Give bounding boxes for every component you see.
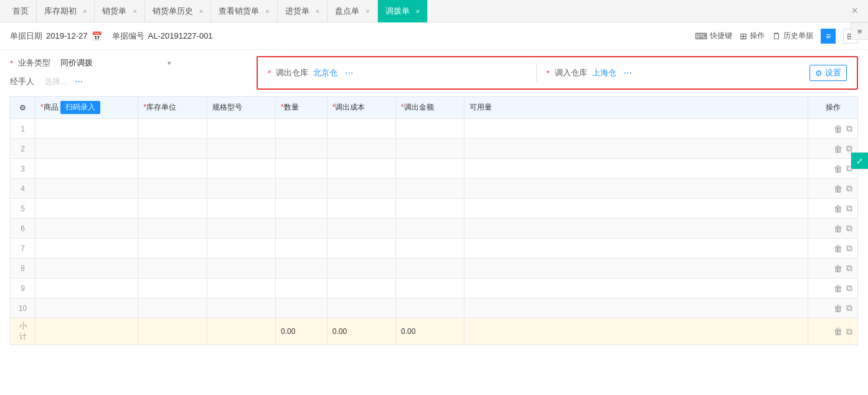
copy-row-icon[interactable]: ⧉	[846, 326, 852, 337]
cell-amount[interactable]	[396, 119, 465, 139]
person-placeholder[interactable]: 选择...	[44, 76, 67, 87]
delete-row-icon[interactable]: 🗑	[834, 184, 842, 194]
cell-product[interactable]	[35, 239, 138, 259]
delete-row-icon[interactable]: 🗑	[834, 283, 842, 293]
table-wrapper: ⚙ *商品 扫码录入 *库存单位 规格型号 *数量 *调出成本 *调出金额 可用…	[10, 96, 858, 345]
warehouse-out-value[interactable]: 北京仓	[313, 67, 337, 79]
delete-row-icon[interactable]: 🗑	[834, 244, 842, 254]
cell-product[interactable]	[35, 298, 138, 318]
cell-qty[interactable]	[276, 278, 328, 298]
history-btn[interactable]: 🗒 历史单据	[772, 31, 813, 41]
cell-cost[interactable]	[327, 239, 395, 259]
cell-qty[interactable]	[276, 199, 328, 219]
cell-qty[interactable]	[276, 139, 328, 159]
tab-inventory-init[interactable]: 库存期初×	[37, 0, 95, 22]
cell-product[interactable]	[35, 318, 138, 345]
tab-close-sales-history[interactable]: ×	[199, 7, 203, 15]
cell-amount[interactable]	[396, 259, 465, 278]
cell-qty[interactable]	[276, 119, 328, 139]
tab-sales-history[interactable]: 销货单历史×	[145, 0, 211, 22]
th-gear[interactable]: ⚙	[11, 97, 35, 119]
cell-qty[interactable]	[276, 219, 328, 239]
copy-row-icon[interactable]: ⧉	[846, 263, 852, 274]
copy-row-icon[interactable]: ⧉	[846, 243, 852, 254]
tab-view-sales[interactable]: 查看销货单×	[211, 0, 277, 22]
cell-product[interactable]	[35, 278, 138, 298]
warehouse-in-more-icon[interactable]: ···	[624, 67, 632, 79]
tab-close-transfer-order[interactable]: ×	[416, 7, 420, 15]
cell-product[interactable]	[35, 219, 138, 239]
cell-product[interactable]	[35, 199, 138, 219]
cell-amount[interactable]: 0.00	[396, 318, 465, 345]
copy-row-icon[interactable]: ⧉	[846, 303, 852, 313]
business-type-dropdown[interactable]: 同价调拨 ▾	[55, 56, 176, 70]
cell-amount[interactable]	[396, 159, 465, 179]
cell-cost[interactable]	[327, 259, 395, 278]
operations-btn[interactable]: ⊞ 操作	[740, 31, 765, 41]
cell-cost[interactable]	[327, 159, 395, 179]
delete-row-icon[interactable]: 🗑	[834, 224, 842, 234]
cell-amount[interactable]	[396, 239, 465, 259]
warehouse-out-more-icon[interactable]: ···	[345, 67, 353, 79]
cell-cost[interactable]: 0.00	[327, 318, 395, 345]
list-view-btn[interactable]: ≡	[821, 29, 836, 44]
cell-qty[interactable]	[276, 259, 328, 278]
cell-amount[interactable]	[396, 199, 465, 219]
cell-qty[interactable]: 0.00	[276, 318, 328, 345]
tab-inventory-check[interactable]: 盘点单×	[328, 0, 377, 22]
delete-row-icon[interactable]: 🗑	[834, 264, 842, 274]
cell-cost[interactable]	[327, 199, 395, 219]
cell-amount[interactable]	[396, 179, 465, 199]
close-window-icon[interactable]: ×	[846, 4, 863, 17]
side-list-btn[interactable]: ≡	[851, 22, 868, 40]
calendar-icon[interactable]: 📅	[92, 31, 102, 41]
delete-row-icon[interactable]: 🗑	[834, 144, 842, 154]
settings-btn[interactable]: ⚙ 设置	[809, 65, 847, 81]
copy-row-icon[interactable]: ⧉	[846, 223, 852, 234]
tab-transfer-order[interactable]: 调拨单×	[378, 0, 428, 22]
person-more-icon[interactable]: ···	[75, 76, 83, 87]
cell-cost[interactable]	[327, 119, 395, 139]
side-expand-btn[interactable]: ⤢	[851, 152, 868, 169]
tab-close-view-sales[interactable]: ×	[265, 7, 269, 15]
warehouse-in-value[interactable]: 上海仓	[592, 67, 616, 79]
cell-product[interactable]	[35, 119, 138, 139]
cell-cost[interactable]	[327, 278, 395, 298]
cell-cost[interactable]	[327, 219, 395, 239]
tab-close-sales-order[interactable]: ×	[133, 7, 136, 15]
copy-row-icon[interactable]: ⧉	[846, 183, 852, 194]
tab-purchase-order[interactable]: 进货单×	[278, 0, 328, 22]
cell-product[interactable]	[35, 179, 138, 199]
cell-amount[interactable]	[396, 219, 465, 239]
cell-product[interactable]	[35, 159, 138, 179]
cell-amount[interactable]	[396, 298, 465, 318]
cell-cost[interactable]	[327, 298, 395, 318]
tab-close-purchase-order[interactable]: ×	[316, 7, 319, 15]
cell-amount[interactable]	[396, 278, 465, 298]
scan-button[interactable]: 扫码录入	[60, 101, 100, 114]
cell-qty[interactable]	[276, 179, 328, 199]
delete-row-icon[interactable]: 🗑	[834, 164, 842, 174]
cell-qty[interactable]	[276, 159, 328, 179]
delete-row-icon[interactable]: 🗑	[834, 204, 842, 214]
copy-row-icon[interactable]: ⧉	[846, 283, 852, 293]
cell-cost[interactable]	[327, 139, 395, 159]
cell-product[interactable]	[35, 259, 138, 278]
cell-qty[interactable]	[276, 239, 328, 259]
delete-row-icon[interactable]: 🗑	[834, 124, 842, 134]
copy-row-icon[interactable]: ⧉	[846, 203, 852, 214]
tab-sales-order[interactable]: 销货单×	[95, 0, 144, 22]
cell-cost[interactable]	[327, 179, 395, 199]
tab-close-inventory-init[interactable]: ×	[83, 7, 87, 15]
delete-row-icon[interactable]: 🗑	[834, 326, 842, 336]
cell-available	[465, 179, 808, 199]
table-header: ⚙ *商品 扫码录入 *库存单位 规格型号 *数量 *调出成本 *调出金额 可用…	[11, 97, 858, 119]
shortcuts-btn[interactable]: ⌨ 快捷键	[695, 31, 732, 41]
tab-home[interactable]: 首页	[5, 0, 37, 22]
cell-qty[interactable]	[276, 298, 328, 318]
cell-unit	[138, 219, 207, 239]
cell-amount[interactable]	[396, 139, 465, 159]
delete-row-icon[interactable]: 🗑	[834, 303, 842, 313]
tab-close-inventory-check[interactable]: ×	[366, 7, 369, 15]
cell-product[interactable]	[35, 139, 138, 159]
